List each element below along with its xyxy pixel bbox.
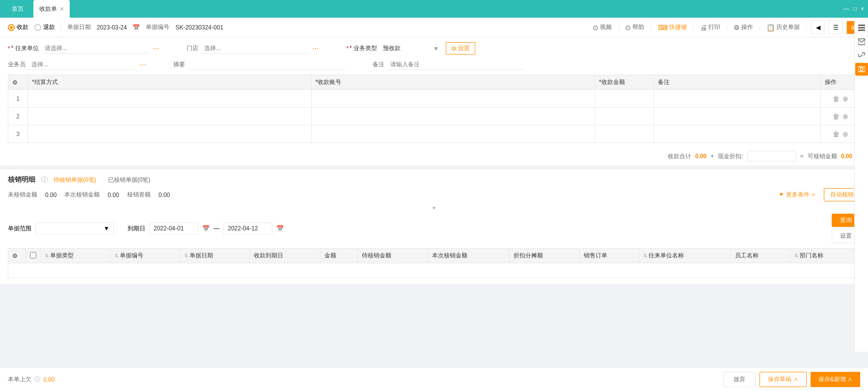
table-row: 3 🗑 ⊕ xyxy=(8,125,860,143)
cal-end-icon[interactable]: 📅 xyxy=(276,225,284,232)
due-date-end[interactable] xyxy=(223,223,272,234)
partner-input[interactable] xyxy=(42,43,150,54)
print-label: 打印 xyxy=(708,23,720,31)
col-bill-type: ⇅ 单据类型 xyxy=(41,249,110,263)
bill-range-select[interactable]: ▼ xyxy=(35,223,114,234)
copy-icon-2[interactable]: ⊕ xyxy=(842,112,848,120)
radio-tuikuan-label: 退款 xyxy=(43,23,55,31)
delete-icon-3[interactable]: 🗑 xyxy=(833,130,840,138)
summary-row: 收款合计 0.00 + 现金折扣: = 可核销金额 0.00 xyxy=(8,147,860,166)
abandon-btn[interactable]: 放弃 xyxy=(723,372,756,387)
done-tab[interactable]: 已核销单据(0笔) xyxy=(108,176,151,184)
hexiao-title: 核销明细 xyxy=(8,175,35,184)
tab-active[interactable]: 收款单 × xyxy=(33,0,70,18)
select-all-checkbox[interactable] xyxy=(30,252,36,258)
shortcut-icon: ⌨ xyxy=(658,24,668,31)
calendar-icon[interactable]: 📅 xyxy=(133,24,140,31)
amount-2[interactable] xyxy=(595,108,654,125)
footer-right: 放弃 保存草稿 ∧ 保存&新增 ∧ xyxy=(723,372,860,387)
shortcut-btn[interactable]: ⌨ 快捷键 xyxy=(656,22,689,32)
save-draft-btn[interactable]: 保存草稿 ∧ xyxy=(760,372,806,387)
prev-view-btn[interactable]: ◀ xyxy=(811,21,825,34)
copy-icon-3[interactable]: ⊕ xyxy=(842,130,848,138)
shortcut-label: 快捷键 xyxy=(669,23,687,31)
summary-input[interactable] xyxy=(188,59,345,70)
help-btn[interactable]: ⊙ 帮助 xyxy=(623,22,646,32)
staff-more-icon[interactable]: ··· xyxy=(139,60,146,69)
due-date-start[interactable] xyxy=(149,223,198,234)
list-view-btn[interactable]: ☰ xyxy=(829,21,842,34)
delete-icon-1[interactable]: 🗑 xyxy=(833,95,840,103)
table-row: 1 🗑 ⊕ xyxy=(8,90,860,108)
sidebar-table-btn[interactable] xyxy=(855,22,868,34)
help-label: 帮助 xyxy=(632,23,644,31)
sort-icon-3: ⇅ xyxy=(184,253,188,258)
amount-3[interactable] xyxy=(595,125,654,143)
row-num-2: 2 xyxy=(8,108,28,125)
summary-label: 摘要 xyxy=(173,60,185,69)
sidebar-camera-btn[interactable] xyxy=(855,63,868,76)
footer-info-icon[interactable]: ⓘ xyxy=(34,375,40,384)
col-bill-num: ⇅ 单据编号 xyxy=(110,249,180,263)
pending-tab[interactable]: 待核销单据(0笔) xyxy=(54,176,96,184)
discount-input[interactable] xyxy=(747,151,796,162)
more-conditions-btn[interactable]: ▼ 更多条件 ∧ xyxy=(778,191,816,199)
close-btn[interactable]: × xyxy=(861,5,864,12)
close-tab-icon[interactable]: × xyxy=(60,5,64,13)
staff-input[interactable] xyxy=(28,59,136,70)
print-icon: 🖨 xyxy=(700,24,707,31)
settle-2[interactable] xyxy=(28,108,312,125)
action-icons-3: 🗑 ⊕ xyxy=(825,130,856,138)
date-range-row: 单据范围 ▼ 到期日 📅 — 📅 查询 设置 xyxy=(8,214,860,243)
sidebar-link-btn[interactable] xyxy=(855,49,868,62)
sidebar-mail-btn[interactable] xyxy=(855,35,868,48)
note-input[interactable] xyxy=(387,59,525,70)
plus-sign: + xyxy=(710,153,714,160)
unchecked-label: 未核销金额 xyxy=(8,191,37,199)
partner-more-icon[interactable]: ··· xyxy=(153,44,159,53)
right-sidebar xyxy=(854,18,868,352)
copy-icon-1[interactable]: ⊕ xyxy=(842,95,848,103)
minimize-btn[interactable]: — xyxy=(843,5,849,12)
tab-home[interactable]: 首页 xyxy=(4,0,31,18)
settings-btn[interactable]: ⚙ 设置 xyxy=(446,42,475,55)
store-more-icon[interactable]: ··· xyxy=(312,44,319,53)
col-due-date: 收款到期日 xyxy=(250,249,320,263)
radio-tuikuan[interactable]: 退款 xyxy=(34,23,55,31)
maximize-btn[interactable]: □ xyxy=(853,5,857,12)
store-input[interactable] xyxy=(201,43,309,54)
save-new-btn[interactable]: 保存&新增 ∧ xyxy=(811,372,860,387)
col-sales-order: 销售订单 xyxy=(580,249,639,263)
note-3[interactable] xyxy=(654,125,821,143)
settle-1[interactable] xyxy=(28,90,312,108)
diff-label: 核销差额 xyxy=(127,191,151,199)
settle-3[interactable] xyxy=(28,125,312,143)
balance-label: 本单上欠 xyxy=(8,375,31,384)
note-1[interactable] xyxy=(654,90,821,108)
table-gear-icon[interactable]: ⚙ xyxy=(12,79,18,86)
hexiao-section: 核销明细 ⓘ 待核销单据(0笔) 已核销单据(0笔) 未核销金额 0.00 本次… xyxy=(0,169,868,284)
action-icons-2: 🗑 ⊕ xyxy=(825,112,856,120)
active-tab-label: 收款单 xyxy=(39,5,57,13)
radio-shoukuan[interactable]: 收款 xyxy=(8,23,28,31)
account-3[interactable] xyxy=(311,125,595,143)
amount-1[interactable] xyxy=(595,90,654,108)
account-2[interactable] xyxy=(311,108,595,125)
biz-arrow-icon: ▼ xyxy=(433,45,439,52)
tab-bar: 首页 收款单 × — □ × xyxy=(0,0,868,18)
date-value: 2023-03-24 xyxy=(97,24,127,31)
account-1[interactable] xyxy=(311,90,595,108)
cal-start-icon[interactable]: 📅 xyxy=(202,225,210,232)
note-2[interactable] xyxy=(654,108,821,125)
video-btn[interactable]: ⊙ 视频 xyxy=(591,22,614,32)
print-btn[interactable]: 🖨 打印 xyxy=(698,22,722,32)
delete-icon-2[interactable]: 🗑 xyxy=(833,112,840,120)
empty-row xyxy=(8,263,860,278)
toolbar-actions: ⊙ 视频 | ⊙ 帮助 | ⌨ 快捷键 | 🖨 打印 | ⚙ 操作 | 📋 历史… xyxy=(591,21,860,34)
window-controls: — □ × xyxy=(843,5,864,12)
hexiao-info-icon[interactable]: ⓘ xyxy=(41,175,48,184)
op-btn[interactable]: ⚙ 操作 xyxy=(732,22,755,32)
history-btn[interactable]: 📋 历史单据 xyxy=(764,22,802,32)
svg-rect-3 xyxy=(858,39,865,45)
bottom-table-gear-icon[interactable]: ⚙ xyxy=(12,252,18,259)
